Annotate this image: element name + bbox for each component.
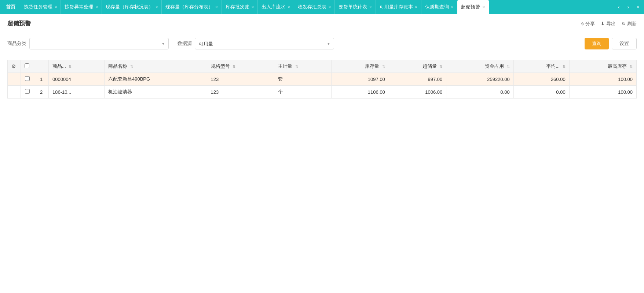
settings-button[interactable]: 设置 [612, 38, 637, 49]
nav-tab-0[interactable]: 拣货任务管理 × [20, 0, 61, 14]
export-icon: ⬇ [601, 21, 605, 26]
table-body: 1 0000004 六配套新昌490BPG 123 套 1097.00 997.… [8, 73, 637, 99]
select-all-checkbox[interactable] [25, 63, 29, 68]
td-over-stock-1: 1006.00 [389, 86, 446, 99]
td-seq-0: 1 [34, 73, 49, 86]
nav-tab-3[interactable]: 现存量（库存分布表） × [162, 0, 222, 14]
nav-tab-9[interactable]: 保质期查询 × [421, 0, 457, 14]
th-spec[interactable]: 规格型号 ⇅ [207, 60, 274, 73]
td-product-name-0: 六配套新昌490BPG [104, 73, 207, 86]
query-button[interactable]: 查询 [585, 38, 609, 49]
td-unit-1: 个 [274, 86, 331, 99]
data-source-filter: 数据源 可用量 ▼ [178, 38, 334, 49]
td-settings-0 [8, 73, 21, 86]
sort-over-stock-icon: ⇅ [439, 64, 442, 68]
close-tab-9[interactable]: × [451, 5, 453, 9]
row-checkbox-1[interactable] [25, 89, 30, 94]
th-over-stock[interactable]: 超储量 ⇅ [389, 60, 446, 73]
sort-unit-icon: ⇅ [295, 64, 298, 68]
nav-arrow-left[interactable]: ‹ [614, 0, 623, 14]
th-seq [34, 60, 49, 73]
header-actions: ⎋ 分享 ⬇ 导出 ↻ 刷新 [581, 21, 637, 27]
product-category-select[interactable] [29, 38, 169, 49]
sort-product-name-icon: ⇅ [130, 64, 133, 68]
close-tab-0[interactable]: × [55, 5, 57, 9]
td-stock-1: 1106.00 [332, 86, 389, 99]
th-capital[interactable]: 资金占用 ⇅ [446, 60, 513, 73]
td-capital-0: 259220.00 [446, 73, 513, 86]
nav-tab-4[interactable]: 库存批次账 × [222, 0, 258, 14]
sort-spec-icon: ⇅ [233, 64, 235, 68]
td-avg-0: 260.00 [513, 73, 569, 86]
close-tab-4[interactable]: × [252, 5, 254, 9]
close-tab-3[interactable]: × [215, 5, 217, 9]
nav-arrow-close[interactable]: × [633, 0, 643, 14]
filter-area: 商品分类 ▼ 数据源 可用量 ▼ 查询 设置 [7, 33, 637, 54]
td-checkbox-0 [21, 73, 34, 86]
close-tab-5[interactable]: × [288, 5, 290, 9]
nav-home[interactable]: 首页 [1, 0, 20, 14]
top-navigation: 首页 拣货任务管理 × 拣货异常处理 × 现存量（库存状况表） × 现存量（库存… [0, 0, 644, 14]
page-content: 超储预警 ⎋ 分享 ⬇ 导出 ↻ 刷新 商品分类 ▼ [0, 14, 644, 293]
th-product-name[interactable]: 商品名称 ⇅ [104, 60, 207, 73]
td-max-stock-1: 100.00 [569, 86, 636, 99]
th-product-code[interactable]: 商品... ⇅ [49, 60, 105, 73]
td-settings-1 [8, 86, 21, 99]
sort-capital-icon: ⇅ [507, 64, 510, 68]
refresh-link[interactable]: ↻ 刷新 [622, 21, 637, 27]
close-tab-1[interactable]: × [95, 5, 98, 9]
data-source-select[interactable]: 可用量 [195, 38, 334, 49]
product-category-label: 商品分类 [7, 40, 26, 47]
th-settings: ⚙ [8, 60, 21, 73]
data-source-wrapper: 可用量 ▼ [195, 38, 334, 49]
td-capital-1: 0.00 [446, 86, 513, 99]
close-tab-2[interactable]: × [155, 5, 158, 9]
td-stock-0: 1097.00 [332, 73, 389, 86]
refresh-icon: ↻ [622, 21, 626, 26]
nav-arrows: ‹ › × [614, 0, 643, 14]
page-title: 超储预警 [7, 20, 31, 27]
td-product-code-0: 0000004 [49, 73, 105, 86]
td-checkbox-1 [21, 86, 34, 99]
page-header: 超储预警 ⎋ 分享 ⬇ 导出 ↻ 刷新 [7, 20, 637, 27]
td-avg-1: 0.00 [513, 86, 569, 99]
td-unit-0: 套 [274, 73, 331, 86]
nav-tab-2[interactable]: 现存量（库存状况表） × [102, 0, 162, 14]
product-category-wrapper: ▼ [29, 38, 169, 49]
nav-tab-10[interactable]: 超储预警 × [457, 0, 489, 14]
td-product-code-1: 186-10... [49, 86, 105, 99]
table-header-row: ⚙ 商品... ⇅ 商品名称 ⇅ 规格型号 ⇅ [8, 60, 637, 73]
td-spec-1: 123 [207, 86, 274, 99]
nav-tab-1[interactable]: 拣货异常处理 × [61, 0, 102, 14]
close-tab-10[interactable]: × [482, 5, 484, 9]
export-link[interactable]: ⬇ 导出 [601, 21, 616, 27]
th-stock[interactable]: 库存量 ⇅ [332, 60, 389, 73]
close-tab-6[interactable]: × [329, 5, 331, 9]
share-link[interactable]: ⎋ 分享 [581, 21, 595, 27]
table-row: 2 186-10... 机油滤清器 123 个 1106.00 1006.00 … [8, 86, 637, 99]
nav-tab-7[interactable]: 要货单统计表 × [335, 0, 376, 14]
product-category-filter: 商品分类 ▼ [7, 38, 169, 49]
td-over-stock-0: 997.00 [389, 73, 446, 86]
th-avg[interactable]: 平均... ⇅ [513, 60, 569, 73]
th-checkbox [21, 60, 34, 73]
td-seq-1: 2 [34, 86, 49, 99]
td-product-name-1: 机油滤清器 [104, 86, 207, 99]
nav-arrow-right[interactable]: › [623, 0, 633, 14]
filter-buttons: 查询 设置 [585, 38, 637, 49]
table-row: 1 0000004 六配套新昌490BPG 123 套 1097.00 997.… [8, 73, 637, 86]
th-unit[interactable]: 主计量 ⇅ [274, 60, 331, 73]
td-max-stock-0: 100.00 [569, 73, 636, 86]
th-max-stock[interactable]: 最高库存 ⇅ [569, 60, 636, 73]
nav-tab-8[interactable]: 可用量库存账本 × [376, 0, 421, 14]
sort-product-code-icon: ⇅ [69, 64, 72, 68]
close-tab-7[interactable]: × [369, 5, 372, 9]
close-tab-8[interactable]: × [415, 5, 417, 9]
row-checkbox-0[interactable] [25, 76, 30, 81]
nav-tab-5[interactable]: 出入库流水 × [258, 0, 294, 14]
td-spec-0: 123 [207, 73, 274, 86]
nav-tab-6[interactable]: 收发存汇总表 × [294, 0, 335, 14]
table-settings-icon[interactable]: ⚙ [11, 63, 16, 69]
sort-avg-icon: ⇅ [563, 64, 566, 68]
data-source-label: 数据源 [178, 40, 192, 47]
